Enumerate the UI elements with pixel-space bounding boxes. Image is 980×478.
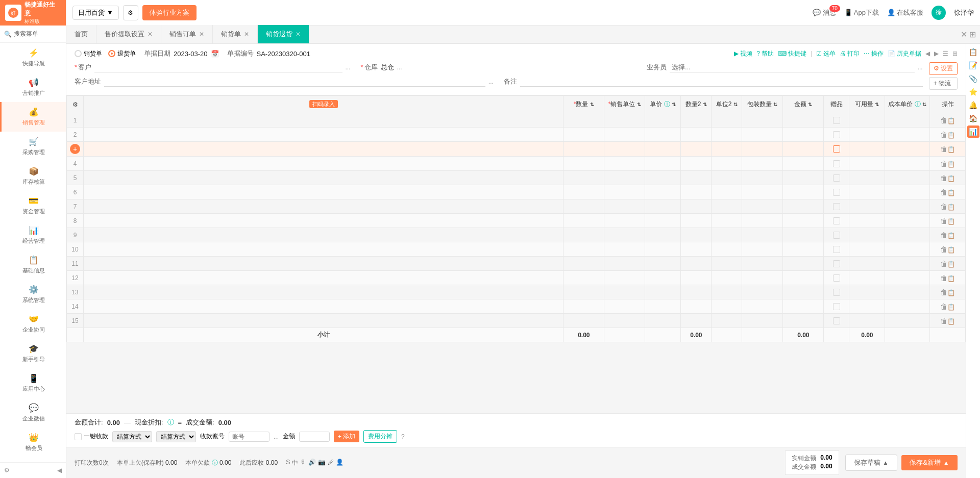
gift-checkbox[interactable]: [833, 303, 840, 310]
gift-checkbox[interactable]: [833, 117, 840, 124]
gift-checkbox[interactable]: [833, 174, 840, 182]
tab-expand-icon[interactable]: ⊞: [969, 30, 976, 39]
delete-row-icon[interactable]: 🗑: [940, 116, 947, 124]
prev-doc-icon[interactable]: ◀: [925, 50, 930, 57]
gift-checkbox[interactable]: [833, 189, 840, 196]
scan-input-button[interactable]: 扫码录入: [309, 100, 338, 108]
gift-checkbox[interactable]: [833, 274, 840, 282]
sidebar-item-member[interactable]: 👑 畅会员: [0, 427, 66, 457]
account-dots[interactable]: ...: [274, 433, 279, 440]
save-draft-button[interactable]: 保存草稿 ▲: [845, 455, 898, 471]
avail-sort-icon[interactable]: ⇅: [875, 102, 879, 107]
remarks-input[interactable]: [520, 77, 923, 87]
right-panel-btn-1[interactable]: 📋: [967, 46, 979, 58]
shortcut-link[interactable]: ⌨ 快捷键: [778, 49, 806, 58]
goods-input[interactable]: [87, 145, 560, 153]
cash-discount-info[interactable]: ⓘ: [167, 418, 174, 427]
amount-input[interactable]: [299, 432, 330, 442]
account-input[interactable]: [229, 432, 270, 442]
delete-row-icon[interactable]: 🗑: [940, 217, 947, 225]
goods-cell[interactable]: [84, 113, 564, 128]
sidebar-item-quick[interactable]: ⚡ 快捷导航: [0, 43, 66, 72]
industry-dropdown[interactable]: 日用百货 ▼: [72, 6, 119, 20]
app-download-link[interactable]: 📱 App下载: [844, 8, 879, 17]
video-link[interactable]: ▶ 视频: [734, 49, 752, 58]
copy-row-icon[interactable]: 📋: [947, 189, 955, 196]
delete-row-icon[interactable]: 🗑: [940, 288, 947, 296]
logistics-button[interactable]: + 物流: [929, 77, 958, 90]
copy-row-icon[interactable]: 📋: [947, 261, 955, 268]
gift-checkbox[interactable]: [833, 217, 840, 224]
grid-view-icon[interactable]: ⊞: [952, 50, 958, 57]
ops-btn[interactable]: ⋯ 操作: [864, 49, 884, 58]
onepay-checkbox[interactable]: 一键收款: [75, 432, 108, 441]
right-panel-btn-7[interactable]: 📊: [967, 125, 979, 138]
qty-cell[interactable]: [564, 113, 604, 128]
tab-close-delivery[interactable]: ✕: [244, 31, 249, 38]
bottom-icon-1[interactable]: S: [286, 459, 290, 467]
salesperson-dots[interactable]: ...: [918, 64, 923, 71]
tab-close-all-icon[interactable]: ✕: [961, 30, 967, 39]
calc-method-select[interactable]: 结算方式: [156, 431, 196, 442]
right-panel-btn-3[interactable]: 📎: [967, 72, 979, 85]
settlement-method-select[interactable]: 结算方式: [112, 431, 152, 442]
message-button[interactable]: 💬 消息 70: [813, 8, 836, 17]
copy-row-icon[interactable]: 📋: [947, 218, 955, 225]
onepay-check[interactable]: [75, 433, 82, 440]
print-btn[interactable]: 🖨 打印: [840, 49, 860, 58]
tab-sales-order[interactable]: 销售订单 ✕: [161, 25, 213, 43]
calendar-icon[interactable]: 📅: [211, 50, 219, 58]
gift-checkbox[interactable]: [833, 203, 840, 210]
radio-return[interactable]: 退货单: [108, 49, 136, 58]
copy-row-icon[interactable]: 📋: [947, 175, 955, 182]
right-panel-btn-4[interactable]: ⭐: [967, 86, 979, 98]
qty2-sort-icon[interactable]: ⇅: [703, 102, 707, 107]
unit-sort-icon[interactable]: ⇅: [637, 102, 641, 107]
copy-row-icon[interactable]: 📋: [947, 275, 955, 282]
cost-info-icon[interactable]: ⓘ: [915, 100, 921, 108]
delete-row-icon[interactable]: 🗑: [940, 260, 947, 268]
topbar-settings-button[interactable]: ⚙: [123, 5, 138, 20]
qty2-cell[interactable]: [681, 113, 712, 128]
pack-cell[interactable]: [742, 113, 783, 128]
amount-cell[interactable]: [783, 113, 824, 128]
search-menu-item[interactable]: 🔍 搜索菜单: [0, 26, 66, 43]
gift-checkbox[interactable]: [833, 317, 840, 324]
delete-row-icon[interactable]: 🗑: [940, 131, 947, 139]
gift-checkbox[interactable]: [833, 246, 840, 253]
tab-close-sales-order[interactable]: ✕: [199, 31, 204, 38]
gift-checkbox[interactable]: [833, 160, 840, 167]
tab-close-return[interactable]: ✕: [296, 31, 301, 38]
delete-row-icon[interactable]: 🗑: [940, 174, 947, 182]
gift-checkbox[interactable]: [833, 232, 840, 239]
gift-checkbox[interactable]: [833, 289, 840, 296]
sidebar-item-finance[interactable]: 💳 资金管理: [0, 191, 66, 220]
price-sort-icon[interactable]: ⇅: [672, 102, 676, 107]
delete-row-icon[interactable]: 🗑: [940, 203, 947, 211]
bottom-icon-7[interactable]: 👤: [336, 459, 344, 467]
right-panel-btn-6[interactable]: 🏠: [967, 112, 979, 124]
unit-cell[interactable]: [604, 113, 645, 128]
bottom-icon-4[interactable]: 🔊: [308, 459, 316, 467]
copy-row-icon[interactable]: 📋: [947, 232, 955, 239]
tab-home[interactable]: 首页: [66, 25, 96, 43]
select-btn[interactable]: ☑ 选单: [816, 49, 836, 58]
tab-price-setting[interactable]: 售价提取设置 ✕: [96, 25, 161, 43]
sidebar-item-apps[interactable]: 📱 应用中心: [0, 368, 66, 398]
copy-row-icon[interactable]: 📋: [947, 289, 955, 296]
next-doc-icon[interactable]: ▶: [934, 50, 939, 57]
list-view-icon[interactable]: ☰: [943, 50, 948, 57]
delete-row-icon[interactable]: 🗑: [940, 245, 947, 254]
sidebar-item-marketing[interactable]: 📢 营销推广: [0, 72, 66, 102]
cost-sort-icon[interactable]: ⇅: [922, 102, 926, 107]
add-payment-button[interactable]: + 添加: [334, 431, 359, 442]
gift-checkbox[interactable]: [833, 260, 840, 267]
online-service-link[interactable]: 👤 在线客服: [887, 8, 923, 17]
bottom-icon-5[interactable]: 📷: [318, 459, 326, 467]
owe-info[interactable]: ⓘ: [212, 459, 218, 466]
bottom-icon-2[interactable]: 中: [292, 459, 298, 467]
fee-split-help-icon[interactable]: ?: [401, 433, 405, 440]
customer-input[interactable]: [94, 62, 342, 72]
tab-close-price[interactable]: ✕: [148, 31, 153, 38]
copy-row-icon[interactable]: 📋: [947, 318, 955, 325]
